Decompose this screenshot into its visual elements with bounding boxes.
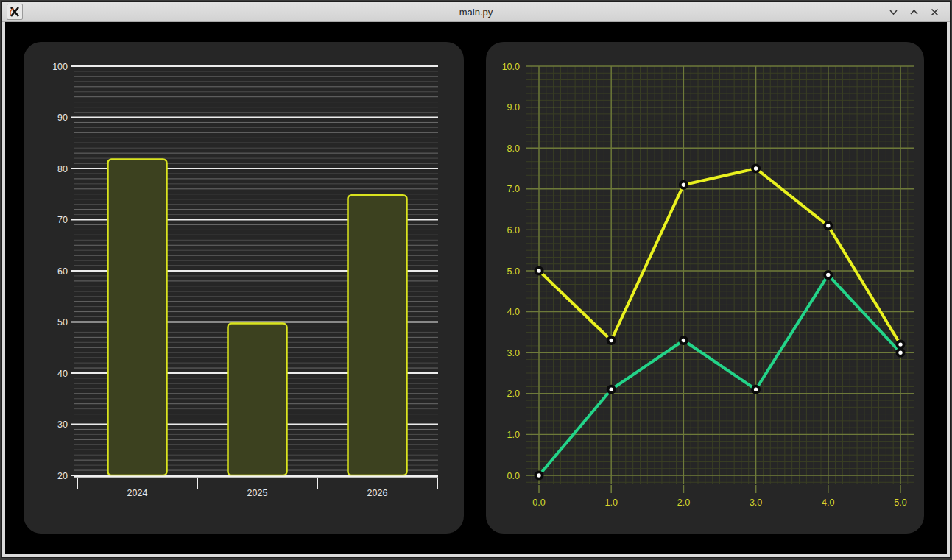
marker-series-yellow-x3	[752, 165, 759, 171]
marker-series-green-x2	[680, 337, 687, 344]
x-tick-label: 5.0	[894, 497, 906, 508]
window-controls	[886, 5, 950, 18]
maximize-button[interactable]	[907, 5, 920, 18]
marker-series-yellow-x0	[535, 267, 542, 274]
bar-chart-x-tick-labels: 202420252026	[127, 488, 388, 498]
marker-series-yellow-x1	[608, 337, 615, 344]
y-tick-label: 40	[57, 369, 68, 379]
x-tick-label: 3.0	[750, 497, 762, 508]
bar-chart: 2030405060708090100202420252026	[24, 42, 464, 534]
marker-series-green-x3	[752, 386, 759, 393]
x11-logo-icon	[7, 4, 23, 20]
marker-series-yellow-x5	[897, 341, 903, 347]
y-tick-label: 0.0	[507, 471, 520, 481]
close-button[interactable]	[928, 5, 941, 18]
marker-series-green-x4	[825, 272, 831, 278]
y-tick-label: 20	[57, 471, 68, 481]
line-chart-x-ticks	[539, 485, 900, 493]
y-tick-label: 3.0	[507, 348, 520, 358]
y-tick-label: 50	[57, 317, 68, 327]
y-tick-label: 90	[57, 113, 68, 123]
x-tick-label: 2.0	[677, 497, 690, 508]
window-content: 2030405060708090100202420252026 0.01.02.…	[2, 22, 950, 557]
bar-2026	[348, 195, 407, 475]
marker-series-yellow-x2	[680, 182, 687, 188]
y-tick-label: 1.0	[507, 430, 520, 440]
y-tick-label: 6.0	[507, 225, 520, 235]
x-tick-label: 2024	[127, 488, 148, 498]
y-tick-label: 10.0	[502, 62, 520, 72]
y-tick-label: 30	[57, 419, 68, 430]
y-tick-label: 60	[57, 266, 68, 277]
chevron-down-icon	[889, 7, 898, 17]
marker-series-green-x5	[897, 350, 903, 356]
marker-series-yellow-x4	[825, 222, 831, 229]
x-tick-label: 1.0	[605, 497, 618, 508]
line-chart: 0.01.02.03.04.05.06.07.08.09.010.00.01.0…	[486, 42, 924, 534]
bar-chart-panel: 2030405060708090100202420252026	[24, 42, 464, 534]
app-window: main.py 2030405060708090100202420252026	[1, 1, 951, 558]
chevron-up-icon	[909, 7, 919, 17]
bar-series	[108, 159, 407, 475]
line-chart-y-tick-labels: 0.01.02.03.04.05.06.07.08.09.010.0	[502, 62, 520, 481]
y-tick-label: 9.0	[507, 102, 520, 113]
line-chart-x-tick-labels: 0.01.02.03.04.05.0	[532, 497, 906, 508]
bar-2025	[228, 324, 287, 475]
y-tick-label: 7.0	[507, 184, 520, 194]
y-tick-label: 80	[57, 164, 68, 174]
line-chart-panel: 0.01.02.03.04.05.06.07.08.09.010.00.01.0…	[486, 42, 924, 534]
x-tick-label: 0.0	[532, 497, 545, 508]
y-tick-label: 4.0	[507, 307, 520, 317]
y-tick-label: 100	[52, 62, 68, 72]
minimize-button[interactable]	[886, 5, 900, 18]
y-tick-label: 2.0	[507, 389, 520, 399]
marker-series-green-x1	[608, 386, 615, 393]
bar-2024	[108, 159, 167, 475]
y-tick-label: 8.0	[507, 143, 520, 154]
y-tick-label: 70	[57, 215, 68, 225]
x-tick-label: 2025	[247, 488, 268, 498]
bar-chart-y-tick-labels: 2030405060708090100	[52, 62, 68, 481]
window-title: main.py	[2, 7, 950, 18]
x-tick-label: 2026	[367, 488, 388, 498]
close-icon	[930, 7, 939, 17]
y-tick-label: 5.0	[507, 266, 520, 277]
marker-series-green-x0	[535, 472, 542, 478]
x-tick-label: 4.0	[822, 497, 834, 508]
titlebar[interactable]: main.py	[2, 2, 950, 22]
